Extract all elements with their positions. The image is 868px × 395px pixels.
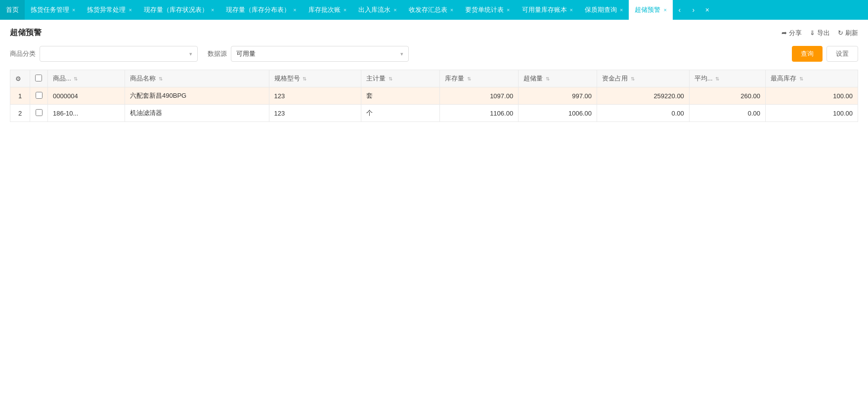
- export-button[interactable]: ⇓ 导出: [810, 29, 830, 38]
- unit: 个: [361, 105, 440, 122]
- sort-icon: ⇅: [546, 76, 550, 81]
- filter-row: 商品分类 ▾ 数据源 可用量 ▾ 查询 设置: [10, 46, 858, 62]
- datasource-label: 数据源: [208, 49, 227, 58]
- refresh-icon: ↻: [838, 29, 843, 37]
- filter-actions: 查询 设置: [792, 46, 858, 62]
- row-index: 2: [10, 105, 30, 122]
- data-table: ⚙ 商品... ⇅ 商品名称 ⇅ 规格型号 ⇅ 主计量: [10, 70, 858, 122]
- page-title: 超储预警: [10, 28, 42, 38]
- select-all-checkbox[interactable]: [35, 75, 42, 81]
- sort-icon: ⇅: [715, 76, 719, 81]
- sort-icon: ⇅: [631, 76, 635, 81]
- page-content: 超储预警 ➦ 分享 ⇓ 导出 ↻ 刷新 商品分类 ▾ 数据源: [0, 20, 868, 395]
- capital: 0.00: [597, 105, 689, 122]
- close-icon[interactable]: ×: [450, 7, 453, 13]
- sort-icon: ⇅: [467, 76, 471, 81]
- close-icon[interactable]: ×: [72, 7, 75, 13]
- nav-next-arrow[interactable]: ›: [687, 0, 700, 20]
- product-code: 0000004: [48, 87, 125, 105]
- nav-bar: 首页 拣货任务管理 × 拣货异常处理 × 现存量（库存状况表） × 现存量（库存…: [0, 0, 868, 20]
- spec: 123: [269, 87, 361, 105]
- nav-item-home[interactable]: 首页: [0, 0, 25, 20]
- overstock: 1006.00: [519, 105, 597, 122]
- max-stock: 100.00: [766, 87, 858, 105]
- capital: 259220.00: [597, 87, 689, 105]
- nav-item-11-active[interactable]: 超储预警 ×: [629, 0, 672, 20]
- nav-item-9[interactable]: 可用量库存账本 ×: [516, 0, 579, 20]
- nav-item-2[interactable]: 拣货异常处理 ×: [81, 0, 137, 20]
- gear-icon: ⚙: [15, 75, 21, 82]
- col-product-name[interactable]: 商品名称 ⇅: [125, 70, 269, 87]
- chevron-down-icon: ▾: [189, 51, 192, 57]
- col-capital[interactable]: 资金占用 ⇅: [597, 70, 689, 87]
- stock: 1106.00: [440, 105, 519, 122]
- unit: 套: [361, 87, 440, 105]
- category-label: 商品分类: [10, 49, 36, 58]
- col-product-code[interactable]: 商品... ⇅: [48, 70, 125, 87]
- product-code: 186-10...: [48, 105, 125, 122]
- sort-icon: ⇅: [74, 76, 78, 81]
- nav-close-arrow[interactable]: ×: [700, 0, 714, 20]
- overstock: 997.00: [519, 87, 597, 105]
- close-icon[interactable]: ×: [211, 7, 214, 13]
- category-filter: 商品分类 ▾: [10, 46, 198, 62]
- close-icon[interactable]: ×: [663, 7, 666, 13]
- sort-icon: ⇅: [159, 76, 163, 81]
- col-avg[interactable]: 平均... ⇅: [689, 70, 765, 87]
- nav-item-7[interactable]: 收发存汇总表 ×: [403, 0, 459, 20]
- nav-item-3[interactable]: 现存量（库存状况表） ×: [138, 0, 220, 20]
- category-select[interactable]: ▾: [40, 46, 198, 62]
- page-header: 超储预警 ➦ 分享 ⇓ 导出 ↻ 刷新: [10, 28, 858, 38]
- sort-icon: ⇅: [389, 76, 392, 81]
- nav-item-1[interactable]: 拣货任务管理 ×: [25, 0, 81, 20]
- col-unit[interactable]: 主计量 ⇅: [361, 70, 440, 87]
- product-name: 机油滤清器: [125, 105, 269, 122]
- col-max-stock[interactable]: 最高库存 ⇅: [766, 70, 858, 87]
- row-index: 1: [10, 87, 30, 105]
- product-name: 六配套新昌490BPG: [125, 87, 269, 105]
- datasource-filter: 数据源 可用量 ▾: [208, 46, 409, 62]
- close-icon[interactable]: ×: [393, 7, 396, 13]
- nav-item-10[interactable]: 保质期查询 ×: [579, 0, 629, 20]
- share-button[interactable]: ➦ 分享: [781, 29, 802, 38]
- settings-gear-header[interactable]: ⚙: [10, 70, 30, 87]
- stock: 1097.00: [440, 87, 519, 105]
- nav-item-5[interactable]: 库存批次账 ×: [303, 0, 352, 20]
- table-header-row: ⚙ 商品... ⇅ 商品名称 ⇅ 规格型号 ⇅ 主计量: [10, 70, 858, 87]
- table-row: 1 0000004 六配套新昌490BPG 123 套 1097.00 997.…: [10, 87, 858, 105]
- select-all-header[interactable]: [30, 70, 48, 87]
- avg: 260.00: [689, 87, 765, 105]
- header-actions: ➦ 分享 ⇓ 导出 ↻ 刷新: [781, 29, 858, 38]
- nav-prev-arrow[interactable]: ‹: [673, 0, 687, 20]
- sort-icon: ⇅: [799, 76, 803, 81]
- nav-item-6[interactable]: 出入库流水 ×: [352, 0, 402, 20]
- sort-icon: ⇅: [303, 76, 306, 81]
- close-icon[interactable]: ×: [129, 7, 131, 13]
- row-checkbox[interactable]: [36, 109, 43, 116]
- close-icon[interactable]: ×: [507, 7, 510, 13]
- export-icon: ⇓: [810, 29, 815, 37]
- table-row: 2 186-10... 机油滤清器 123 个 1106.00 1006.00 …: [10, 105, 858, 122]
- close-icon[interactable]: ×: [344, 7, 347, 13]
- close-icon[interactable]: ×: [570, 7, 573, 13]
- col-overstock[interactable]: 超储量 ⇅: [519, 70, 597, 87]
- max-stock: 100.00: [766, 105, 858, 122]
- avg: 0.00: [689, 105, 765, 122]
- row-checkbox-cell[interactable]: [30, 105, 48, 122]
- settings-button[interactable]: 设置: [826, 46, 858, 62]
- spec: 123: [269, 105, 361, 122]
- close-icon[interactable]: ×: [293, 7, 296, 13]
- row-checkbox[interactable]: [36, 92, 43, 99]
- nav-item-8[interactable]: 要货单统计表 ×: [459, 0, 516, 20]
- close-icon[interactable]: ×: [620, 7, 623, 13]
- col-stock[interactable]: 库存量 ⇅: [440, 70, 519, 87]
- row-checkbox-cell[interactable]: [30, 87, 48, 105]
- query-button[interactable]: 查询: [792, 46, 823, 62]
- refresh-button[interactable]: ↻ 刷新: [838, 29, 858, 38]
- datasource-select[interactable]: 可用量 ▾: [231, 46, 409, 62]
- share-icon: ➦: [781, 29, 787, 37]
- chevron-down-icon: ▾: [400, 51, 403, 57]
- col-spec[interactable]: 规格型号 ⇅: [269, 70, 361, 87]
- nav-item-4[interactable]: 现存量（库存分布表） ×: [220, 0, 302, 20]
